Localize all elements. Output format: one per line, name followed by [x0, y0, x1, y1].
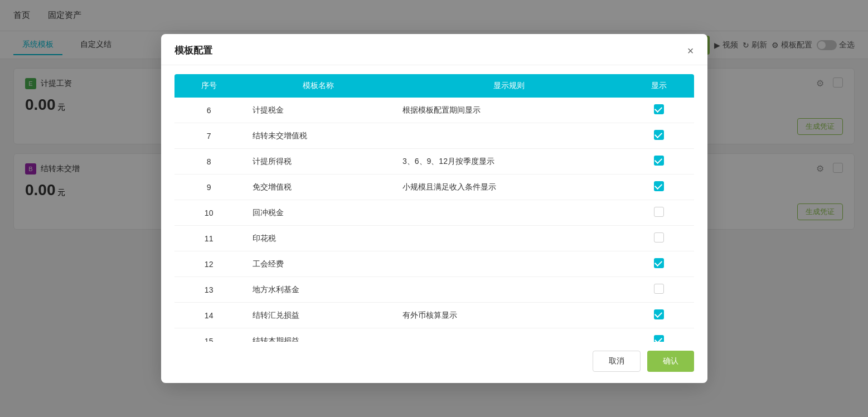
table-row: 6 计提税金 根据模板配置期间显示 [174, 98, 694, 123]
row-rule: 根据模板配置期间显示 [394, 98, 624, 123]
row-rule: 3、6、9、12月按季度显示 [394, 149, 624, 174]
checkbox-7[interactable] [654, 130, 664, 140]
row-checkbox[interactable] [624, 200, 694, 226]
modal-footer: 取消 确认 [161, 342, 707, 383]
row-checkbox[interactable] [624, 98, 694, 123]
template-config-modal: 模板配置 × 序号 模板名称 显示规则 显示 6 计提税金 根据模板配置期间显示 [161, 34, 707, 383]
row-name: 印花税 [244, 226, 394, 251]
row-rule [394, 226, 624, 251]
row-index: 15 [174, 328, 244, 342]
col-name: 模板名称 [244, 74, 394, 98]
checkbox-8[interactable] [654, 156, 664, 166]
modal-body: 序号 模板名称 显示规则 显示 6 计提税金 根据模板配置期间显示 7 结转未交… [161, 65, 707, 342]
row-name: 结转未交增值税 [244, 123, 394, 149]
row-name: 免交增值税 [244, 174, 394, 200]
row-index: 6 [174, 98, 244, 123]
row-rule: 小规模且满足收入条件显示 [394, 174, 624, 200]
row-checkbox[interactable] [624, 123, 694, 149]
table-row: 7 结转未交增值税 [174, 123, 694, 149]
confirm-button[interactable]: 确认 [647, 351, 694, 372]
row-rule [394, 251, 624, 277]
checkbox-11[interactable] [654, 232, 664, 243]
row-index: 13 [174, 277, 244, 303]
checkbox-15[interactable] [654, 335, 664, 342]
modal-title: 模板配置 [174, 44, 212, 57]
row-name: 地方水利基金 [244, 277, 394, 303]
row-rule: 有外币核算显示 [394, 303, 624, 328]
cancel-button[interactable]: 取消 [593, 351, 641, 372]
row-rule [394, 328, 624, 342]
table-row: 9 免交增值税 小规模且满足收入条件显示 [174, 174, 694, 200]
row-name: 回冲税金 [244, 200, 394, 226]
checkbox-9[interactable] [654, 181, 664, 191]
row-index: 10 [174, 200, 244, 226]
col-index: 序号 [174, 74, 244, 98]
col-show: 显示 [624, 74, 694, 98]
checkbox-12[interactable] [654, 258, 664, 268]
table-body: 6 计提税金 根据模板配置期间显示 7 结转未交增值税 8 计提所得税 3、6、… [174, 98, 694, 342]
row-rule [394, 200, 624, 226]
row-rule [394, 123, 624, 149]
row-checkbox[interactable] [624, 277, 694, 303]
modal-header: 模板配置 × [161, 34, 707, 65]
config-table: 序号 模板名称 显示规则 显示 6 计提税金 根据模板配置期间显示 7 结转未交… [174, 74, 694, 342]
table-row: 10 回冲税金 [174, 200, 694, 226]
table-row: 13 地方水利基金 [174, 277, 694, 303]
row-rule [394, 277, 624, 303]
row-index: 7 [174, 123, 244, 149]
row-checkbox[interactable] [624, 251, 694, 277]
checkbox-13[interactable] [654, 284, 664, 294]
table-row: 8 计提所得税 3、6、9、12月按季度显示 [174, 149, 694, 174]
row-name: 结转汇兑损益 [244, 303, 394, 328]
table-row: 15 结转本期损益 [174, 328, 694, 342]
modal-close-button[interactable]: × [687, 45, 694, 56]
row-index: 14 [174, 303, 244, 328]
row-checkbox[interactable] [624, 149, 694, 174]
table-row: 11 印花税 [174, 226, 694, 251]
row-name: 计提税金 [244, 98, 394, 123]
row-checkbox[interactable] [624, 226, 694, 251]
row-name: 工会经费 [244, 251, 394, 277]
checkbox-14[interactable] [654, 309, 664, 319]
table-header-row: 序号 模板名称 显示规则 显示 [174, 74, 694, 98]
table-row: 14 结转汇兑损益 有外币核算显示 [174, 303, 694, 328]
row-checkbox[interactable] [624, 174, 694, 200]
table-row: 12 工会经费 [174, 251, 694, 277]
row-checkbox[interactable] [624, 303, 694, 328]
row-index: 11 [174, 226, 244, 251]
table-scroll[interactable]: 序号 模板名称 显示规则 显示 6 计提税金 根据模板配置期间显示 7 结转未交… [174, 74, 694, 342]
row-index: 9 [174, 174, 244, 200]
row-checkbox[interactable] [624, 328, 694, 342]
checkbox-10[interactable] [654, 207, 664, 217]
row-name: 结转本期损益 [244, 328, 394, 342]
row-name: 计提所得税 [244, 149, 394, 174]
checkbox-6[interactable] [654, 104, 664, 114]
row-index: 8 [174, 149, 244, 174]
col-rule: 显示规则 [394, 74, 624, 98]
row-index: 12 [174, 251, 244, 277]
